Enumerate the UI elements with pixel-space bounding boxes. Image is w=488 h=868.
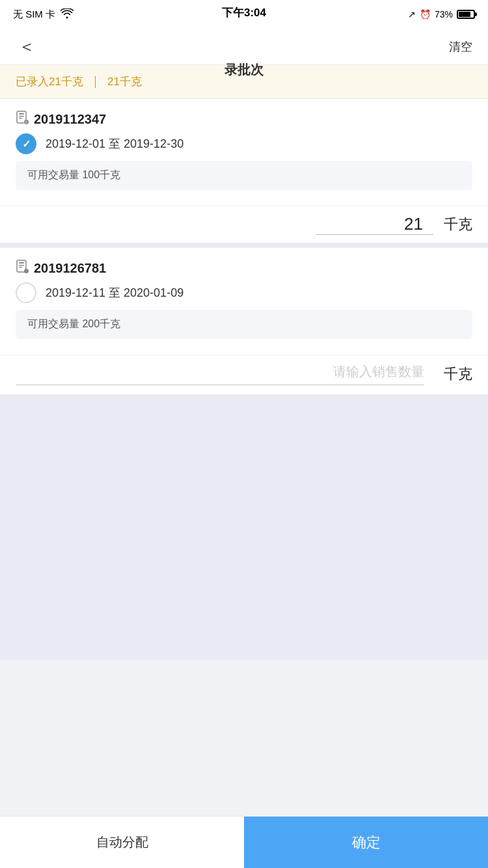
back-button[interactable]: ＜ (16, 33, 38, 61)
clear-button[interactable]: 清空 (449, 39, 472, 55)
input-unit-2: 千克 (444, 364, 472, 384)
content-area: 已录入21千克 21千克 ≡ 2019112347 (0, 65, 488, 712)
batch-header-2: 2019126781 (16, 260, 472, 277)
radio-check-1: ✓ (22, 138, 31, 150)
battery-icon (457, 10, 475, 19)
batch-id-1: 2019112347 (34, 112, 106, 127)
svg-rect-2 (19, 116, 24, 117)
summary-divider (95, 76, 96, 88)
batch-section-2: 2019126781 ✓ 2019-12-11 至 2020-01-09 可用交… (0, 248, 488, 400)
wifi-icon (61, 8, 74, 21)
quantity-value-1[interactable]: 21 (404, 214, 423, 234)
svg-rect-8 (19, 265, 24, 266)
batch-avail-text-1: 可用交易量 100千克 (27, 169, 120, 180)
bottom-bar: 自动分配 确定 (0, 816, 488, 868)
status-bar: 无 SIM 卡 下午3:04 ↗ ⏰ 73% (0, 0, 488, 29)
auto-distribute-button[interactable]: 自动分配 (0, 817, 244, 868)
carrier-text: 无 SIM 卡 (13, 8, 55, 21)
batch-id-icon-2 (16, 260, 30, 277)
svg-rect-9 (19, 267, 22, 268)
battery-percent: 73% (435, 9, 453, 20)
status-left: 无 SIM 卡 (13, 8, 74, 21)
summary-amount: 21千克 (107, 74, 142, 89)
batch-radio-1[interactable]: ✓ (16, 133, 36, 154)
batch-id-icon-1: ≡ (16, 111, 30, 128)
batch-date-row-1[interactable]: ✓ 2019-12-01 至 2019-12-30 (16, 133, 472, 154)
svg-rect-10 (24, 269, 29, 273)
batch-item-2: 2019126781 ✓ 2019-12-11 至 2020-01-09 可用交… (0, 248, 488, 355)
batch-availability-1: 可用交易量 100千克 (16, 161, 472, 190)
summary-label: 已录入21千克 (16, 74, 83, 89)
batch-radio-2[interactable]: ✓ (16, 282, 36, 303)
status-time: 下午3:04 (222, 5, 266, 20)
page-title: 录批次 (224, 61, 264, 79)
input-row-2: 请输入销售数量 千克 (0, 355, 488, 400)
batch-avail-text-2: 可用交易量 200千克 (27, 318, 120, 329)
quantity-row-1: 21 千克 (0, 206, 488, 248)
svg-rect-1 (19, 113, 24, 115)
svg-text:≡: ≡ (25, 120, 28, 124)
batch-date-1: 2019-12-01 至 2019-12-30 (46, 136, 183, 152)
status-right: ↗ ⏰ 73% (408, 9, 475, 20)
batch-header-1: ≡ 2019112347 (16, 111, 472, 128)
empty-area (0, 400, 488, 660)
nav-bar: ＜ 录批次 清空 (0, 29, 488, 65)
batch-availability-2: 可用交易量 200千克 (16, 310, 472, 339)
batch-id-2: 2019126781 (34, 261, 106, 276)
quantity-unit-1: 千克 (444, 215, 472, 234)
svg-rect-7 (19, 262, 24, 264)
quantity-placeholder-2[interactable]: 请输入销售数量 (333, 363, 424, 381)
batch-item-1: ≡ 2019112347 ✓ 2019-12-01 至 2019-12-30 可… (0, 99, 488, 206)
confirm-button[interactable]: 确定 (244, 817, 488, 868)
svg-rect-3 (19, 118, 22, 119)
batch-date-row-2[interactable]: ✓ 2019-12-11 至 2020-01-09 (16, 282, 472, 303)
batch-section-1: ≡ 2019112347 ✓ 2019-12-01 至 2019-12-30 可… (0, 99, 488, 248)
batch-date-2: 2019-12-11 至 2020-01-09 (46, 285, 183, 301)
location-icon: ↗ (408, 9, 416, 20)
alarm-icon: ⏰ (420, 9, 431, 20)
